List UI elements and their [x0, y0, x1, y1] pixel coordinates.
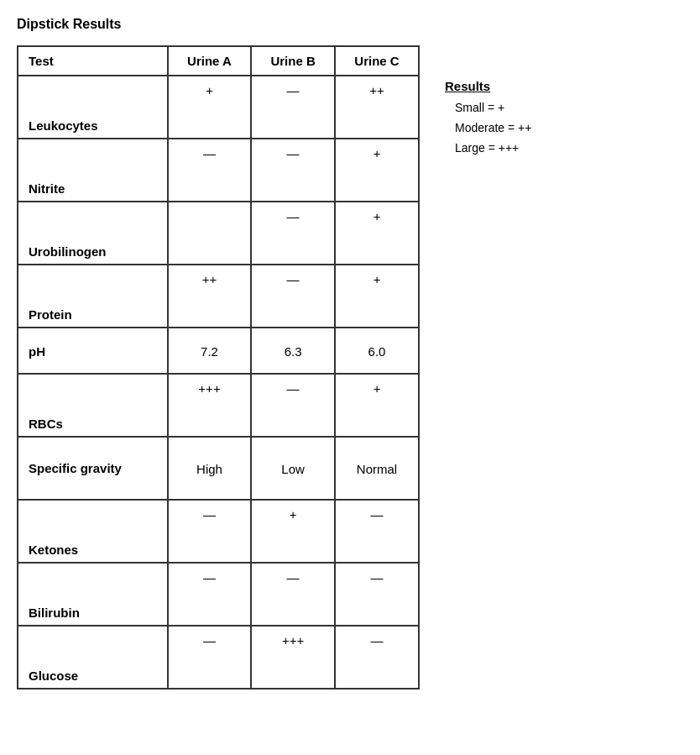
value-a-ketones: — — [168, 500, 251, 563]
value-b-ph: 6.3 — [251, 328, 335, 374]
test-label-nitrite: Nitrite — [18, 139, 168, 202]
value-c-rbcs: + — [335, 374, 419, 437]
test-label-urobilinogen: Urobilinogen — [18, 202, 168, 265]
content-wrapper: Test Urine A Urine B Urine C Leukocytes … — [17, 45, 683, 689]
value-b-glucose: +++ — [251, 626, 335, 689]
header-urine-a: Urine A — [168, 46, 251, 76]
table-row: Protein ++ — + — [18, 265, 419, 328]
test-label-glucose: Glucose — [18, 626, 168, 689]
test-label-ketones: Ketones — [18, 500, 168, 563]
value-a-protein: ++ — [168, 265, 251, 328]
test-label-protein: Protein — [18, 265, 168, 328]
value-c-protein: + — [335, 265, 419, 328]
test-label-leukocytes: Leukocytes — [18, 76, 168, 139]
table-row: Bilirubin — — — — [18, 563, 419, 626]
value-a-nitrite: — — [168, 139, 251, 202]
value-c-glucose: — — [335, 626, 419, 689]
results-box: Results Small = + Moderate = ++ Large = … — [445, 79, 531, 158]
value-b-leukocytes: — — [251, 76, 335, 139]
value-c-ketones: — — [335, 500, 419, 563]
value-c-urobilinogen: + — [335, 202, 419, 265]
value-b-rbcs: — — [251, 374, 335, 437]
value-a-bilirubin: — — [168, 563, 251, 626]
value-b-ketones: + — [251, 500, 335, 563]
page-title: Dipstick Results — [17, 17, 683, 32]
results-item-small: Small = + — [455, 98, 531, 118]
results-title: Results — [445, 79, 531, 93]
value-b-bilirubin: — — [251, 563, 335, 626]
value-b-urobilinogen: — — [251, 202, 335, 265]
results-item-moderate: Moderate = ++ — [455, 118, 531, 139]
value-c-bilirubin: — — [335, 563, 419, 626]
test-label-ph: pH — [18, 328, 168, 374]
value-c-specific-gravity: Normal — [335, 437, 419, 500]
table-row: Ketones — + — — [18, 500, 419, 563]
table-row: Glucose — +++ — — [18, 626, 419, 689]
test-label-specific-gravity: Specific gravity — [18, 437, 168, 500]
test-label-bilirubin: Bilirubin — [18, 563, 168, 626]
table-row: Specific gravity High Low Normal — [18, 437, 419, 500]
header-urine-c: Urine C — [335, 46, 419, 76]
table-row: pH 7.2 6.3 6.0 — [18, 328, 419, 374]
table-row: Leukocytes + — ++ — [18, 76, 419, 139]
value-b-specific-gravity: Low — [251, 437, 335, 500]
value-a-leukocytes: + — [168, 76, 251, 139]
results-item-large: Large = +++ — [455, 139, 531, 159]
table-row: Urobilinogen — + — [18, 202, 419, 265]
value-c-nitrite: + — [335, 139, 419, 202]
value-a-urobilinogen — [168, 202, 251, 265]
dipstick-table: Test Urine A Urine B Urine C Leukocytes … — [17, 45, 420, 689]
value-a-specific-gravity: High — [168, 437, 251, 500]
value-a-glucose: — — [168, 626, 251, 689]
header-test: Test — [18, 46, 168, 76]
value-c-leukocytes: ++ — [335, 76, 419, 139]
test-label-rbcs: RBCs — [18, 374, 168, 437]
table-row: RBCs +++ — + — [18, 374, 419, 437]
value-a-rbcs: +++ — [168, 374, 251, 437]
table-row: Nitrite — — + — [18, 139, 419, 202]
value-c-ph: 6.0 — [335, 328, 419, 374]
value-b-nitrite: — — [251, 139, 335, 202]
value-a-ph: 7.2 — [168, 328, 251, 374]
value-b-protein: — — [251, 265, 335, 328]
header-urine-b: Urine B — [251, 46, 335, 76]
